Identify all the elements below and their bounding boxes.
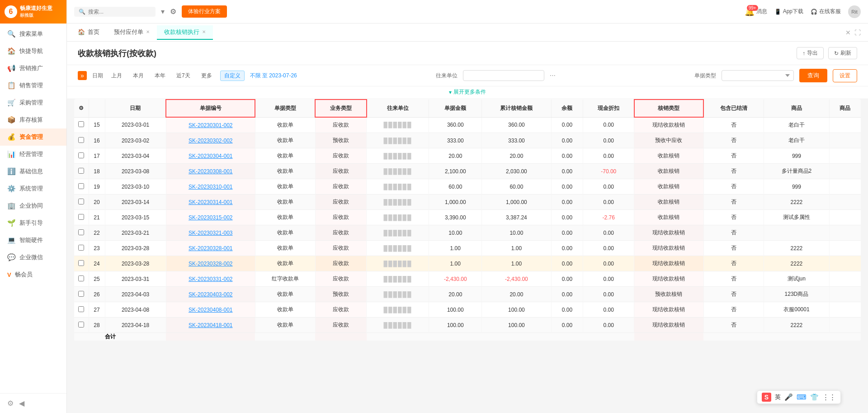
export-button[interactable]: ↑ 导出 [797,47,824,59]
cell-bill-no[interactable]: SK-20230408-001 [166,302,255,318]
collapse-icon[interactable]: ◀ [19,399,24,408]
table-row[interactable]: 19 2023-03-10 SK-20230310-001 收款单 应收款 ██… [74,179,861,195]
bill-no-link[interactable]: SK-20230328-001 [189,245,232,252]
bill-no-link[interactable]: SK-20230321-003 [189,230,232,236]
cell-bill-no[interactable]: SK-20230302-002 [166,133,255,148]
table-row[interactable]: 15 2023-03-01 SK-20230301-002 收款单 应收款 ██… [74,117,861,133]
tab-close-all-icon[interactable]: ✕ [845,29,851,36]
bill-no-link[interactable]: SK-20230304-001 [189,153,232,159]
table-row[interactable]: 20 2023-03-14 SK-20230314-001 收款单 应收款 ██… [74,195,861,210]
filter-toggle-button[interactable]: » [78,71,87,80]
ime-mode-label[interactable]: 英 [775,393,781,401]
sidebar-item-inventory[interactable]: 📦 库存核算 [0,111,66,128]
cell-checkbox[interactable] [74,302,89,318]
cell-checkbox[interactable] [74,318,89,333]
bill-no-link[interactable]: SK-20230418-001 [189,322,232,328]
filter-this-year[interactable]: 本年 [152,71,168,81]
sidebar-item-purchase[interactable]: 🛒 采购管理 [0,94,66,111]
table-row[interactable]: 23 2023-03-28 SK-20230328-001 收款单 应收款 ██… [74,241,861,256]
col-amount[interactable]: 单据金额 [429,100,482,117]
settings-footer-icon[interactable]: ⚙ [7,399,14,408]
partner-input[interactable] [463,70,544,81]
keyboard-icon[interactable]: ⌨ [797,393,807,401]
bill-no-link[interactable]: SK-20230302-002 [189,138,232,144]
col-bill-type[interactable]: 单据类型 [255,100,315,117]
sidebar-item-wechat[interactable]: 💬 企业微信 [0,249,66,266]
cell-checkbox[interactable] [74,210,89,225]
table-row[interactable]: 25 2023-03-31 SK-20230331-002 红字收款单 应收款 … [74,271,861,287]
sidebar-item-hardware[interactable]: 💻 智能硬件 [0,232,66,249]
sidebar-item-finance[interactable]: 💰 资金管理 [0,128,66,146]
user-avatar[interactable]: Rit [848,5,861,18]
cell-bill-no[interactable]: SK-20230310-001 [166,179,255,195]
cell-bill-no[interactable]: SK-20230304-001 [166,148,255,164]
sidebar-item-shortcut[interactable]: 🏠 快捷导航 [0,43,66,60]
filter-more[interactable]: 更多 [198,71,215,81]
tab-collection-close[interactable]: ✕ [202,29,206,34]
col-bill-no[interactable]: 单据编号 [166,100,255,117]
setting-button[interactable]: 设置 [833,69,857,82]
bill-no-link[interactable]: SK-20230301-002 [189,122,232,128]
topbar-arrow-down[interactable]: ▾ [161,7,165,16]
cell-bill-no[interactable]: SK-20230328-001 [166,241,255,256]
bill-no-link[interactable]: SK-20230314-001 [189,199,232,205]
table-row[interactable]: 16 2023-03-02 SK-20230302-002 收款单 预收款 ██… [74,133,861,148]
col-balance[interactable]: 余额 [551,100,583,117]
table-row[interactable]: 21 2023-03-15 SK-20230315-002 收款单 应收款 ██… [74,210,861,225]
filter-last-month[interactable]: 上月 [108,71,125,81]
cell-checkbox[interactable] [74,148,89,164]
online-service-item[interactable]: 🎧 在线客服 [811,8,841,15]
tab-predeposit[interactable]: 预付应付单 ✕ [107,25,157,40]
sidebar-item-marketing[interactable]: 📢 营销推广 [0,60,66,77]
col-biz-type[interactable]: 业务类型 [315,100,367,117]
sidebar-item-member[interactable]: V 畅会员 [0,266,66,283]
sidebar-item-sales[interactable]: 📋 销售管理 [0,77,66,94]
table-row[interactable]: 26 2023-04-03 SK-20230403-002 收款单 预收款 ██… [74,287,861,302]
cell-bill-no[interactable]: SK-20230314-001 [166,195,255,210]
col-goods[interactable]: 商品 [764,100,829,117]
bill-no-link[interactable]: SK-20230331-002 [189,276,232,282]
cell-bill-no[interactable]: SK-20230308-001 [166,164,255,179]
sidebar-item-basics[interactable]: ℹ️ 基础信息 [0,163,66,180]
cell-checkbox[interactable] [74,225,89,241]
bill-no-link[interactable]: SK-20230315-002 [189,214,232,221]
bill-type-select[interactable]: 收款单 红字收款单 [722,70,794,81]
cell-bill-no[interactable]: SK-20230328-002 [166,256,255,271]
bill-no-link[interactable]: SK-20230308-001 [189,168,232,175]
topbar-gear-icon[interactable]: ⚙ [170,7,176,16]
bill-no-link[interactable]: SK-20230403-002 [189,291,232,298]
tab-home[interactable]: 🏠 首页 [71,25,107,40]
cell-checkbox[interactable] [74,287,89,302]
cell-checkbox[interactable] [74,179,89,195]
cell-bill-no[interactable]: SK-20230331-002 [166,271,255,287]
cell-bill-no[interactable]: SK-20230403-002 [166,287,255,302]
cell-bill-no[interactable]: SK-20230418-001 [166,318,255,333]
tab-collection[interactable]: 收款核销执行 ✕ [157,25,213,40]
col-settings[interactable]: ⚙ [74,100,89,117]
col-partner[interactable]: 往来单位 [367,100,429,117]
sidebar-item-operations[interactable]: 📊 经营管理 [0,146,66,163]
cell-checkbox[interactable] [74,256,89,271]
table-row[interactable]: 27 2023-04-08 SK-20230408-001 收款单 应收款 ██… [74,302,861,318]
expand-more-btn[interactable]: ▾ 展开更多条件 [449,88,486,96]
cell-checkbox[interactable] [74,117,89,133]
cell-bill-no[interactable]: SK-20230321-003 [166,225,255,241]
app-download-item[interactable]: 📱 App下载 [774,8,803,15]
col-verify-type[interactable]: 核销类型 [634,100,703,117]
filter-custom-btn[interactable]: 自定义 [220,71,245,81]
shirt-icon[interactable]: 👕 [810,393,819,401]
query-button[interactable]: 查询 [799,69,827,82]
col-goods2[interactable]: 商品 [829,100,861,117]
filter-7days[interactable]: 近7天 [174,71,193,81]
cell-checkbox[interactable] [74,164,89,179]
mic-icon[interactable]: 🎤 [784,393,793,401]
solution-button[interactable]: 体验行业方案 [182,5,227,18]
sidebar-item-search[interactable]: 🔍 搜索菜单 [0,25,66,43]
col-date[interactable]: 日期 [105,100,166,117]
cell-checkbox[interactable] [74,133,89,148]
col-cash-discount[interactable]: 现金折扣 [583,100,634,117]
table-row[interactable]: 24 2023-03-28 SK-20230328-002 收款单 应收款 ██… [74,256,861,271]
grid-icon[interactable]: ⋮⋮ [822,393,836,401]
cell-checkbox[interactable] [74,195,89,210]
cell-bill-no[interactable]: SK-20230301-002 [166,117,255,133]
